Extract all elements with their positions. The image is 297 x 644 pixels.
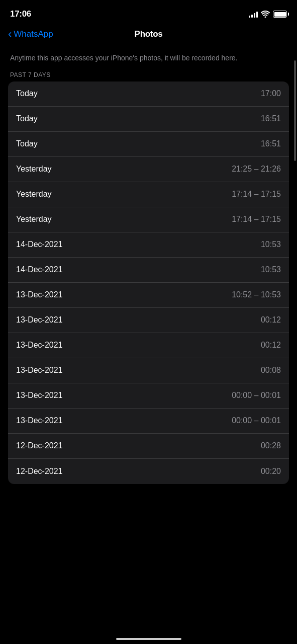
table-row: Today16:51: [8, 132, 289, 157]
access-time: 17:14 – 17:15: [232, 190, 281, 199]
table-row: Yesterday21:25 – 21:26: [8, 157, 289, 182]
status-icons: [249, 11, 287, 18]
access-date: 13-Dec-2021: [16, 341, 63, 350]
access-list: Today17:00Today16:51Today16:51Yesterday2…: [8, 82, 289, 484]
nav-bar: ‹ WhatsApp Photos: [0, 25, 297, 45]
access-date: Today: [16, 89, 38, 98]
status-time: 17:06: [10, 9, 31, 19]
access-time: 00:00 – 00:01: [232, 416, 281, 425]
nav-title: Photos: [135, 29, 163, 39]
table-row: Yesterday17:14 – 17:15: [8, 207, 289, 232]
access-date: Yesterday: [16, 190, 52, 199]
access-date: 12-Dec-2021: [16, 441, 63, 450]
access-date: 12-Dec-2021: [16, 467, 63, 476]
access-time: 17:00: [261, 89, 281, 98]
access-time: 21:25 – 21:26: [232, 165, 281, 174]
access-date: Today: [16, 114, 38, 123]
access-date: 13-Dec-2021: [16, 416, 63, 425]
access-date: 13-Dec-2021: [16, 290, 63, 299]
table-row: 14-Dec-202110:53: [8, 232, 289, 258]
table-row: 12-Dec-202100:28: [8, 434, 289, 459]
access-date: 14-Dec-2021: [16, 265, 63, 274]
access-time: 16:51: [261, 139, 281, 148]
signal-icon: [249, 11, 258, 18]
section-header: PAST 7 DAYS: [0, 67, 297, 82]
table-row: 13-Dec-202100:08: [8, 358, 289, 383]
access-time: 00:08: [261, 366, 281, 375]
access-time: 00:28: [261, 441, 281, 450]
access-time: 16:51: [261, 114, 281, 123]
table-row: Yesterday17:14 – 17:15: [8, 182, 289, 207]
table-row: 13-Dec-202100:12: [8, 308, 289, 333]
access-date: 13-Dec-2021: [16, 315, 63, 325]
scrollbar[interactable]: [294, 60, 296, 161]
access-date: 13-Dec-2021: [16, 366, 63, 375]
battery-icon: [273, 11, 287, 18]
chevron-left-icon: ‹: [8, 29, 12, 40]
access-time: 10:53: [261, 265, 281, 274]
access-time: 10:52 – 10:53: [232, 290, 281, 299]
access-time: 17:14 – 17:15: [232, 215, 281, 224]
access-date: Yesterday: [16, 165, 52, 174]
table-row: 14-Dec-202110:53: [8, 258, 289, 283]
access-date: 13-Dec-2021: [16, 391, 63, 400]
table-row: 12-Dec-202100:20: [8, 459, 289, 484]
access-date: 14-Dec-2021: [16, 240, 63, 249]
back-label: WhatsApp: [14, 29, 53, 39]
access-time: 00:12: [261, 341, 281, 350]
table-row: 13-Dec-202110:52 – 10:53: [8, 283, 289, 308]
access-date: Today: [16, 139, 38, 148]
table-row: 13-Dec-202100:12: [8, 333, 289, 358]
access-time: 00:00 – 00:01: [232, 391, 281, 400]
back-button[interactable]: ‹ WhatsApp: [8, 29, 53, 40]
status-bar: 17:06: [0, 0, 297, 25]
access-time: 00:12: [261, 315, 281, 325]
table-row: Today16:51: [8, 107, 289, 132]
wifi-icon: [261, 11, 270, 18]
table-row: 13-Dec-202100:00 – 00:01: [8, 383, 289, 409]
table-row: 13-Dec-202100:00 – 00:01: [8, 409, 289, 434]
access-time: 10:53: [261, 240, 281, 249]
description-text: Anytime this app accesses your iPhone's …: [0, 45, 297, 67]
home-indicator: [116, 638, 181, 640]
access-date: Yesterday: [16, 215, 52, 224]
table-row: Today17:00: [8, 82, 289, 107]
access-time: 00:20: [261, 467, 281, 476]
